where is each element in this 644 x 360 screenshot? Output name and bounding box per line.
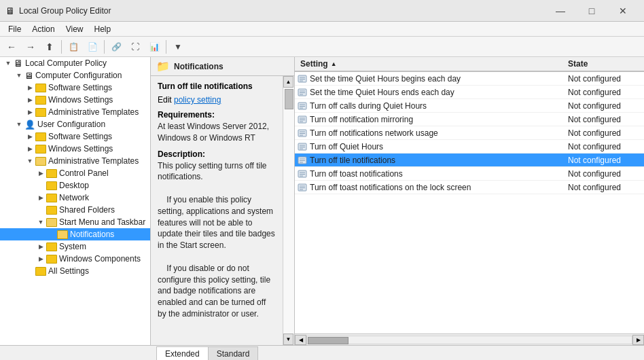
settings-row[interactable]: Set the time Quiet Hours begins each day…	[295, 72, 644, 86]
ws1-expand-icon: ▶	[24, 94, 35, 105]
tree-item-desktop[interactable]: ▶ Desktop	[0, 179, 150, 192]
settings-panel: Setting ▲ State Set the time Quiet Hours…	[295, 57, 644, 345]
settings-row[interactable]: Turn off calls during Quiet HoursNot con…	[295, 99, 644, 113]
new-window-button[interactable]: 📄	[84, 39, 101, 55]
back-button[interactable]: ←	[3, 39, 20, 55]
show-hide-button[interactable]: 📋	[65, 39, 82, 55]
settings-cell-state: Not configured	[562, 73, 644, 85]
as-folder-icon	[35, 267, 46, 276]
h-scrollbar: ◀ ▶	[295, 334, 644, 345]
settings-row[interactable]: Turn off Quiet HoursNot configured	[295, 140, 644, 154]
up-button[interactable]: ⬆	[41, 39, 58, 55]
detail-edit-link[interactable]: policy setting	[174, 95, 221, 105]
tree-item-notifications[interactable]: ▶ Notifications	[0, 228, 150, 240]
toolbar-separator-3	[166, 40, 166, 54]
settings-cell-state: Not configured	[562, 181, 644, 194]
dt-label: Desktop	[59, 181, 89, 190]
bottom-tabs: Extended Standard	[0, 345, 644, 360]
tree-item-windows-components[interactable]: ▶ Windows Components	[0, 253, 150, 265]
uc-label: User Configuration	[37, 120, 105, 129]
forward-button[interactable]: →	[22, 39, 39, 55]
settings-cell-name: Turn off calls during Quiet Hours	[295, 100, 562, 112]
detail-policy-name: Turn off tile notifications	[158, 82, 276, 91]
settings-row-name: Set the time Quiet Hours begins each day	[310, 74, 461, 84]
ws2-expand-icon: ▶	[24, 143, 35, 154]
nw-label: Network	[59, 193, 89, 202]
tree-item-shared-folders[interactable]: ▶ Shared Folders	[0, 204, 150, 216]
at1-folder-icon	[35, 108, 46, 117]
h-scroll-right[interactable]: ▶	[632, 335, 644, 345]
settings-row[interactable]: Turn off toast notificationsNot configur…	[295, 167, 644, 181]
detail-requirements-title: Requirements:	[158, 110, 276, 120]
tree-item-all-settings[interactable]: ▶ All Settings	[0, 265, 150, 277]
col-state[interactable]: State	[562, 58, 644, 70]
dt-folder-icon	[46, 181, 57, 190]
menu-bar: File Action View Help	[0, 22, 644, 37]
settings-cell-name: Turn off Quiet Hours	[295, 141, 562, 153]
tree-item-software-settings-2[interactable]: ▶ Software Settings	[0, 130, 150, 143]
tree-item-system[interactable]: ▶ System	[0, 240, 150, 253]
settings-row-name: Turn off calls during Quiet Hours	[310, 101, 427, 111]
col-setting[interactable]: Setting ▲	[295, 58, 562, 70]
policy-icon	[298, 102, 307, 110]
settings-cell-state: Not configured	[562, 168, 644, 180]
tree-item-windows-settings-1[interactable]: ▶ Windows Settings	[0, 94, 150, 106]
tree-item-admin-templates-2[interactable]: ▼ Administrative Templates	[0, 155, 150, 167]
detail-requirements-section: Requirements: At least Windows Server 20…	[158, 110, 276, 144]
tree-root[interactable]: ▼ 🖥 Local Computer Policy	[0, 57, 150, 69]
close-button[interactable]: ✕	[607, 0, 639, 22]
properties-button[interactable]: 📊	[145, 39, 163, 55]
maximize-button[interactable]: □	[576, 0, 607, 22]
menu-help[interactable]: Help	[89, 23, 117, 35]
settings-row[interactable]: Turn off tile notificationsNot configure…	[295, 154, 644, 167]
sm-label: Start Menu and Taskbar	[59, 217, 145, 227]
settings-list[interactable]: Set the time Quiet Hours begins each day…	[295, 72, 644, 334]
settings-header: Setting ▲ State	[295, 57, 644, 72]
settings-row[interactable]: Turn off notifications network usageNot …	[295, 126, 644, 140]
tree-item-control-panel[interactable]: ▶ Control Panel	[0, 167, 150, 179]
tree-item-windows-settings-2[interactable]: ▶ Windows Settings	[0, 143, 150, 155]
tab-standard[interactable]: Standard	[208, 346, 259, 360]
menu-view[interactable]: View	[60, 23, 89, 35]
policy-icon	[298, 170, 307, 178]
wc-expand-icon: ▶	[35, 253, 46, 264]
h-scroll-left[interactable]: ◀	[295, 335, 306, 345]
export-button[interactable]: 🔗	[107, 39, 125, 55]
h-scroll-thumb[interactable]	[308, 337, 348, 344]
detail-edit-row: Edit policy setting	[158, 95, 276, 105]
detail-scroll-thumb[interactable]	[285, 89, 293, 109]
ss2-expand-icon: ▶	[24, 131, 35, 142]
detail-scrollbar: ▲ ▼	[283, 76, 294, 345]
tree-item-user-config[interactable]: ▼ 👤 User Configuration	[0, 118, 150, 130]
detail-header: 📁 Notifications	[151, 57, 294, 76]
cp-label: Control Panel	[59, 168, 109, 178]
detail-scroll-down[interactable]: ▼	[283, 334, 293, 345]
settings-row[interactable]: Set the time Quiet Hours ends each dayNo…	[295, 86, 644, 99]
tree-panel[interactable]: ▼ 🖥 Local Computer Policy ▼ 🖥 Computer C…	[0, 57, 151, 345]
help-button[interactable]: ⛶	[126, 39, 144, 55]
tree-item-admin-templates-1[interactable]: ▶ Administrative Templates	[0, 106, 150, 118]
settings-row[interactable]: Turn off toast notifications on the lock…	[295, 181, 644, 194]
menu-action[interactable]: Action	[26, 23, 60, 35]
settings-row-name: Set the time Quiet Hours ends each day	[310, 88, 454, 97]
minimize-button[interactable]: —	[545, 0, 576, 22]
filter-button[interactable]: ▼	[169, 39, 187, 55]
tree-item-software-settings-1[interactable]: ▶ Software Settings	[0, 82, 150, 94]
settings-row-name: Turn off toast notifications	[310, 169, 403, 179]
menu-file[interactable]: File	[3, 23, 26, 35]
settings-row-name: Turn off toast notifications on the lock…	[310, 183, 471, 192]
wc-folder-icon	[46, 255, 57, 264]
settings-row[interactable]: Turn off notification mirroringNot confi…	[295, 113, 644, 126]
app-icon: 🖥	[5, 5, 15, 16]
settings-cell-name: Set the time Quiet Hours begins each day	[295, 73, 562, 85]
detail-scroll-up[interactable]: ▲	[283, 76, 293, 88]
tree-item-start-menu[interactable]: ▼ Start Menu and Taskbar	[0, 216, 150, 228]
tree-item-network[interactable]: ▶ Network	[0, 192, 150, 204]
policy-icon	[298, 156, 307, 164]
nw-expand-icon: ▶	[35, 192, 46, 203]
tree-item-computer-config[interactable]: ▼ 🖥 Computer Configuration	[0, 69, 150, 82]
col-state-label: State	[568, 59, 588, 69]
policy-icon	[298, 115, 307, 124]
detail-header-title: Notifications	[174, 62, 223, 71]
tab-extended[interactable]: Extended	[156, 346, 209, 360]
